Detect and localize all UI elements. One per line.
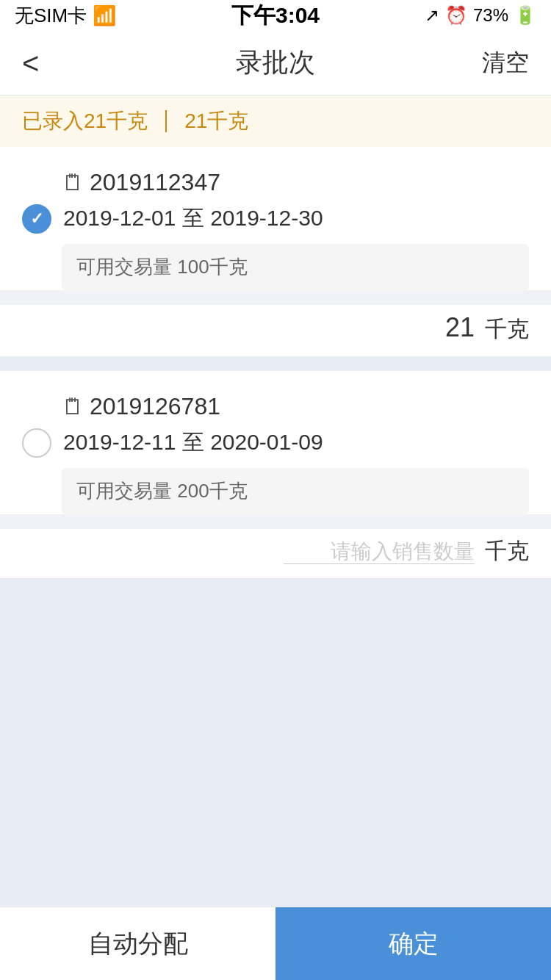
batch-id-row-1: 🗒 2019112347 <box>22 169 529 196</box>
batch-icon-2: 🗒 <box>62 394 84 419</box>
batch-date-row-2[interactable]: 2019-12-11 至 2020-01-09 <box>22 428 529 458</box>
carrier-text: 无SIM卡 <box>15 3 87 29</box>
radio-2[interactable] <box>22 428 51 458</box>
page-title: 录批次 <box>236 45 315 81</box>
back-button[interactable]: < <box>22 48 39 78</box>
status-time: 下午3:04 <box>231 1 320 31</box>
alarm-icon: ⏰ <box>445 5 467 26</box>
batch-avail-text-2: 可用交易量 200千克 <box>76 480 248 502</box>
batch-icon-1: 🗒 <box>62 170 84 195</box>
empty-area <box>0 579 551 917</box>
battery-icon: 🔋 <box>514 5 536 26</box>
quantity-value-1: 21 <box>445 312 475 343</box>
batch-id-1: 2019112347 <box>90 169 220 196</box>
battery-text: 73% <box>473 5 508 26</box>
batch-id-row-2: 🗒 2019126781 <box>22 393 529 420</box>
batch-card-1: 🗒 2019112347 2019-12-01 至 2019-12-30 可用交… <box>0 147 551 290</box>
batch-date-row-1[interactable]: 2019-12-01 至 2019-12-30 <box>22 203 529 234</box>
location-icon: ↗ <box>425 5 439 26</box>
summary-banner: 已录入21千克 21千克 <box>0 96 551 147</box>
summary-divider <box>165 110 167 132</box>
summary-total: 21千克 <box>184 107 248 135</box>
summary-recorded: 已录入21千克 <box>22 107 148 135</box>
batch-id-2: 2019126781 <box>90 393 220 420</box>
batch-avail-box-1: 可用交易量 100千克 <box>62 244 529 290</box>
nav-bar: < 录批次 清空 <box>0 31 551 96</box>
auto-distribute-button[interactable]: 自动分配 <box>0 907 276 980</box>
quantity-unit-1: 千克 <box>485 314 529 345</box>
clear-button[interactable]: 清空 <box>482 47 529 79</box>
batch-avail-box-2: 可用交易量 200千克 <box>62 468 529 514</box>
confirm-button[interactable]: 确定 <box>276 907 551 980</box>
section-separator <box>0 356 551 371</box>
batch-avail-text-1: 可用交易量 100千克 <box>76 256 248 278</box>
status-right: ↗ ⏰ 73% 🔋 <box>425 5 536 26</box>
quantity-unit-2: 千克 <box>485 536 529 566</box>
status-left: 无SIM卡 📶 <box>15 3 116 29</box>
status-bar: 无SIM卡 📶 下午3:04 ↗ ⏰ 73% 🔋 <box>0 0 551 31</box>
batch-date-1: 2019-12-01 至 2019-12-30 <box>63 203 323 234</box>
wifi-icon: 📶 <box>93 4 116 27</box>
batch-card-2: 🗒 2019126781 2019-12-11 至 2020-01-09 可用交… <box>0 371 551 514</box>
batch-date-2: 2019-12-11 至 2020-01-09 <box>63 428 323 458</box>
quantity-input-2[interactable] <box>284 538 475 564</box>
radio-1[interactable] <box>22 204 51 234</box>
bottom-bar: 自动分配 确定 <box>0 907 551 980</box>
quantity-row-1: 21 千克 <box>0 305 551 356</box>
quantity-row-2: 千克 <box>0 529 551 579</box>
